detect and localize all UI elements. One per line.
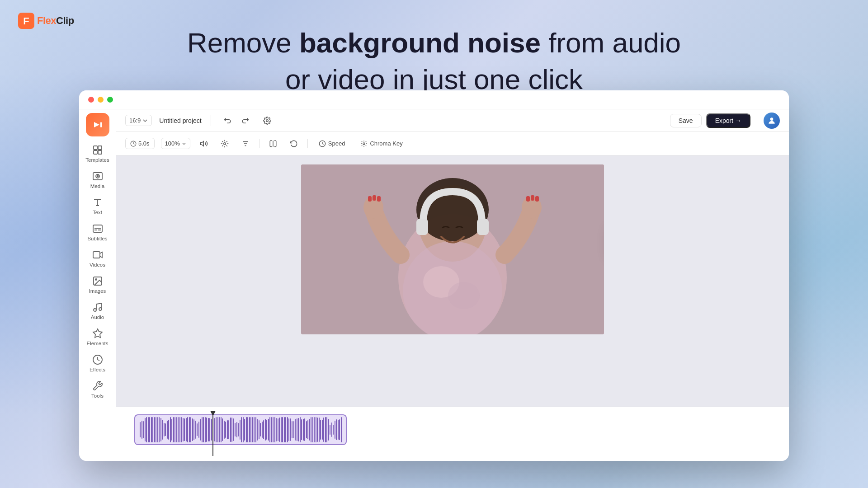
waveform-bar	[227, 420, 228, 439]
waveform-bar	[295, 419, 296, 440]
waveform-bar	[328, 419, 329, 441]
waveform-bar	[284, 417, 285, 442]
waveform-bar	[238, 423, 239, 436]
export-button[interactable]: Export →	[706, 113, 750, 128]
sidebar-item-videos[interactable]: Videos	[82, 246, 113, 271]
waveform-bar	[178, 417, 179, 442]
waveform-bar	[236, 422, 237, 437]
media-icon	[92, 171, 103, 182]
adjust-icon	[221, 140, 229, 148]
traffic-light-maximize[interactable]	[107, 97, 113, 103]
svg-rect-34	[368, 196, 372, 202]
timer-icon	[130, 141, 137, 147]
waveform-bar	[146, 417, 147, 442]
waveform-bar	[330, 425, 330, 435]
main-area: 16:9 Untitled project	[116, 109, 789, 461]
flip-icon	[269, 140, 277, 148]
waveform-bar	[271, 417, 272, 442]
sidebar-item-text[interactable]: Text	[82, 193, 113, 219]
volume-button[interactable]	[197, 136, 211, 151]
waveform-bar	[300, 417, 301, 442]
waveform-bar	[285, 417, 286, 442]
elements-icon	[92, 328, 103, 339]
traffic-light-minimize[interactable]	[98, 97, 104, 103]
app-logo-button[interactable]	[86, 113, 109, 136]
user-avatar[interactable]	[764, 113, 780, 129]
waveform-bar	[154, 417, 155, 442]
waveform-bar	[190, 417, 191, 442]
audio-track[interactable]	[134, 414, 347, 445]
settings-button[interactable]	[260, 113, 274, 128]
video-content	[301, 164, 604, 334]
waveform-bar	[173, 417, 174, 442]
text-label: Text	[93, 210, 102, 215]
save-button[interactable]: Save	[670, 114, 702, 127]
waveform-bar	[317, 418, 318, 442]
waveform-bar	[228, 420, 229, 439]
adjust-button[interactable]	[217, 136, 232, 151]
sidebar-item-media[interactable]: Media	[82, 167, 113, 192]
waveform-bar	[189, 417, 190, 442]
speed-button[interactable]: Speed	[314, 138, 350, 150]
waveform-bar	[259, 420, 259, 439]
waveform-bar	[268, 419, 269, 440]
chroma-key-button[interactable]: Chroma Key	[356, 138, 407, 150]
subtitles-icon	[92, 223, 103, 234]
waveform-bar	[200, 419, 201, 441]
sidebar-item-effects[interactable]: Effects	[82, 351, 113, 376]
sidebar-item-images[interactable]: Images	[82, 272, 113, 297]
videos-label: Videos	[90, 262, 105, 267]
ratio-select[interactable]: 16:9	[125, 115, 152, 126]
waveform-bar	[233, 418, 234, 441]
svg-rect-35	[373, 195, 376, 201]
waveform-bar	[335, 421, 335, 439]
waveform-bar	[336, 419, 337, 440]
waveform-bar	[243, 417, 244, 442]
waveform-bar	[195, 421, 196, 439]
rotate-button[interactable]	[287, 136, 301, 151]
redo-button[interactable]	[238, 113, 253, 128]
waveform-bar	[279, 418, 280, 442]
zoom-select[interactable]: 100%	[161, 138, 190, 149]
waveform-bar	[338, 420, 339, 440]
playhead[interactable]	[212, 411, 213, 456]
sidebar-item-elements[interactable]: Elements	[82, 324, 113, 350]
project-title[interactable]: Untitled project	[159, 117, 201, 124]
images-icon	[92, 276, 103, 286]
svg-rect-5	[94, 150, 97, 154]
waveform-bar	[181, 417, 182, 442]
traffic-light-close[interactable]	[88, 97, 94, 103]
waveform-bar	[293, 421, 294, 438]
waveform-bar	[303, 419, 304, 440]
waveform-bar	[304, 418, 305, 441]
divider	[211, 115, 211, 126]
waveform-bar	[255, 417, 256, 442]
svg-point-15	[99, 308, 102, 310]
waveform-bar	[145, 418, 146, 441]
waveform-bar	[156, 417, 156, 442]
flip-button[interactable]	[266, 136, 280, 151]
waveform-bar	[290, 418, 291, 441]
waveform-bar	[214, 418, 215, 441]
videos-icon	[92, 249, 103, 260]
sidebar-item-tools[interactable]: Tools	[82, 377, 113, 402]
waveform-bar	[282, 417, 283, 442]
audio-icon	[92, 302, 103, 313]
waveform-bar	[331, 422, 332, 436]
waveform-bar	[193, 419, 194, 440]
waveform-bar	[269, 417, 270, 442]
waveform-bar	[265, 419, 266, 440]
svg-point-20	[224, 142, 226, 145]
undo-button[interactable]	[220, 113, 235, 128]
waveform-bar	[176, 417, 177, 442]
headline: Remove background noise from audio or vi…	[0, 25, 868, 98]
time-display: 5.0s	[125, 138, 155, 149]
filters-button[interactable]	[238, 136, 253, 151]
waveform-bar	[225, 422, 226, 438]
sidebar-item-templates[interactable]: Templates	[82, 141, 113, 166]
svg-rect-3	[94, 146, 97, 150]
sidebar-item-audio[interactable]: Audio	[82, 298, 113, 324]
waveform-bar	[263, 420, 264, 439]
sidebar-item-subtitles[interactable]: Subtitles	[82, 220, 113, 245]
waveform-bar	[260, 423, 261, 437]
